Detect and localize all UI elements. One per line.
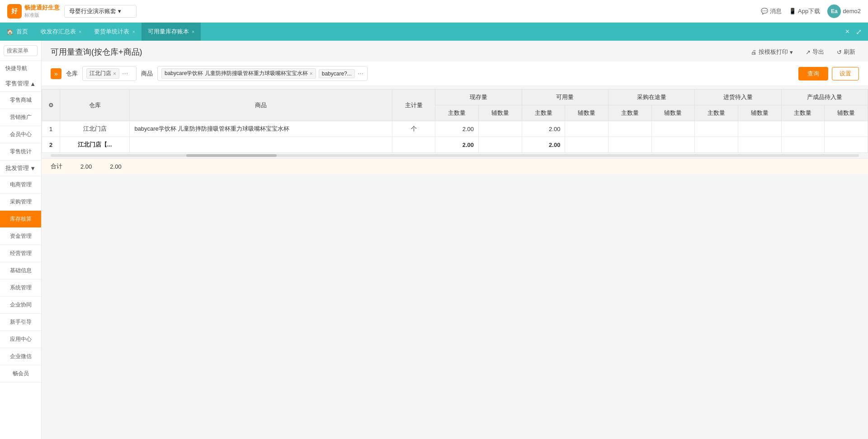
app-download-button[interactable]: 📱 App下载 xyxy=(789,7,820,15)
sidebar-item-vip[interactable]: 畅会员 xyxy=(0,365,41,382)
table-row: 2 江北门店【... 2.00 2.00 xyxy=(42,137,868,153)
chevron-down-icon2: ▼ xyxy=(30,165,36,172)
th-available: 可用量 xyxy=(522,90,608,105)
sidebar-item-purchase[interactable]: 采购管理 xyxy=(0,194,41,211)
row1-stock-main: 2.00 xyxy=(435,121,479,137)
refresh-button[interactable]: ↺ 刷新 xyxy=(833,46,859,58)
sidebar-retail-stat-label: 零售统计 xyxy=(10,148,32,156)
message-button[interactable]: 💬 消息 xyxy=(761,7,782,15)
tab-receipts-close[interactable]: × xyxy=(79,29,81,34)
goods-filter[interactable]: babycare学饮杯 儿童防摔防撞吸管杯重力球吸嘴杯宝宝水杯 × babyca… xyxy=(157,66,368,81)
row1-warehouse: 江北门店 xyxy=(60,121,130,137)
settings-button[interactable]: 设置 xyxy=(832,67,859,80)
row1-productin-main xyxy=(781,121,825,137)
sidebar-item-member[interactable]: 会员中心 xyxy=(0,126,41,143)
sidebar-marketing-label: 营销推广 xyxy=(10,113,32,121)
th-stock-main: 主数量 xyxy=(435,105,479,121)
tab-receipts[interactable]: 收发存汇总表 × xyxy=(34,23,88,41)
user-menu[interactable]: Ea demo2 xyxy=(827,5,861,18)
sidebar-item-ecommerce[interactable]: 电商管理 xyxy=(0,176,41,194)
goods-tag-close[interactable]: × xyxy=(310,71,313,77)
row1-index: 1 xyxy=(42,121,60,137)
warehouse-label: 仓库 xyxy=(66,70,78,78)
th-product-incoming: 产成品待入量 xyxy=(781,90,868,105)
sidebar-wholesale-label: 批发管理 xyxy=(5,164,29,172)
sidebar-item-retail[interactable]: 零售管理 ▲ xyxy=(0,76,41,92)
row1-avail-main: 2.00 xyxy=(522,121,565,137)
logo-main: 畅捷通好生意 xyxy=(24,4,60,12)
th-productin-aux: 辅数量 xyxy=(825,105,868,121)
sidebar-retail-shop-label: 零售商城 xyxy=(10,96,32,104)
sidebar-wechat-label: 企业微信 xyxy=(10,353,32,360)
goods-more[interactable]: ··· xyxy=(358,70,363,78)
logo-sub: 标准版 xyxy=(24,12,60,18)
tab-available[interactable]: 可用量库存账本 × xyxy=(142,23,201,41)
sidebar-quick-nav[interactable]: 快捷导航 xyxy=(0,61,41,76)
sidebar-finance-label: 资金管理 xyxy=(10,232,32,240)
content-area: 可用量查询(按仓库+商品) 🖨 按模板打印 ▾ ↗ 导出 ↺ 刷新 xyxy=(42,41,868,439)
row1-unit: 个 xyxy=(392,121,435,137)
sidebar-item-retail-stat[interactable]: 零售统计 xyxy=(0,143,41,160)
refresh-icon: ↺ xyxy=(837,49,842,56)
row1-goodsin-main xyxy=(695,121,738,137)
row2-avail-main: 2.00 xyxy=(522,137,565,153)
home-icon: 🏠 xyxy=(6,28,14,35)
sidebar-item-inventory[interactable]: 库存核算 xyxy=(0,211,41,228)
search-input[interactable] xyxy=(4,45,38,56)
goods-tag2: babycare?... xyxy=(319,69,355,78)
sidebar-item-finance[interactable]: 资金管理 xyxy=(0,228,41,245)
th-stock: 现存量 xyxy=(435,90,522,105)
warehouse-filter[interactable]: 江北门店 × ··· xyxy=(82,66,137,81)
row2-index: 2 xyxy=(42,137,60,153)
maximize-icon[interactable]: ⤢ xyxy=(854,26,863,38)
th-warehouse: 仓库 xyxy=(60,90,130,121)
sidebar-item-newguide[interactable]: 新手引导 xyxy=(0,314,41,331)
main-layout: 快捷导航 零售管理 ▲ 零售商城 营销推广 会员中心 零售统计 批发管理 ▼ 电… xyxy=(0,41,868,439)
th-productin-main: 主数量 xyxy=(781,105,825,121)
sidebar-member-label: 会员中心 xyxy=(10,131,32,138)
tab-orders-close[interactable]: × xyxy=(132,29,135,34)
tab-available-close[interactable]: × xyxy=(192,29,194,34)
sidebar-item-wechat[interactable]: 企业微信 xyxy=(0,348,41,365)
close-window-icon[interactable]: × xyxy=(844,26,851,38)
footer-avail-item: 2.00 xyxy=(110,163,121,170)
th-purchase-onway: 采购在途量 xyxy=(609,90,695,105)
sidebar-item-basic[interactable]: 基础信息 xyxy=(0,262,41,279)
export-button[interactable]: ↗ 导出 xyxy=(802,46,828,58)
sidebar-item-operation[interactable]: 经营管理 xyxy=(0,245,41,262)
sidebar-item-wholesale[interactable]: 批发管理 ▼ xyxy=(0,160,41,176)
warehouse-more[interactable]: ··· xyxy=(122,70,128,78)
query-button[interactable]: 查询 xyxy=(798,67,828,80)
row2-stock-aux xyxy=(479,137,522,153)
filter-expand-button[interactable]: » xyxy=(51,68,61,79)
sidebar-vip-label: 畅会员 xyxy=(13,370,29,378)
tab-orders[interactable]: 要货单统计表 × xyxy=(88,23,141,41)
filter-actions: 查询 设置 xyxy=(798,67,859,80)
scroll-thumb[interactable] xyxy=(186,154,277,157)
sidebar-newguide-label: 新手引导 xyxy=(10,318,32,326)
page-header: 可用量查询(按仓库+商品) 🖨 按模板打印 ▾ ↗ 导出 ↺ 刷新 xyxy=(42,41,868,61)
th-settings[interactable]: ⚙ xyxy=(42,90,60,121)
industry-selector[interactable]: 母婴行业演示账套 ▾ xyxy=(64,5,137,18)
sidebar-item-collab[interactable]: 企业协同 xyxy=(0,297,41,314)
footer-total-label: 合计 xyxy=(51,162,62,170)
message-label: 消息 xyxy=(770,7,782,15)
warehouse-tag-close[interactable]: × xyxy=(113,71,116,77)
th-avail-main: 主数量 xyxy=(522,105,565,121)
th-avail-aux: 辅数量 xyxy=(565,105,609,121)
logo-text: 畅捷通好生意 标准版 xyxy=(24,4,60,18)
row1-productin-aux xyxy=(825,121,868,137)
row1-purchase-aux xyxy=(651,121,695,137)
sidebar-item-system[interactable]: 系统管理 xyxy=(0,279,41,297)
user-label: demo2 xyxy=(843,8,861,14)
goods-tag: babycare学饮杯 儿童防摔防撞吸管杯重力球吸嘴杯宝宝水杯 × xyxy=(161,68,316,79)
print-button[interactable]: 🖨 按模板打印 ▾ xyxy=(747,46,797,58)
th-stock-aux: 辅数量 xyxy=(479,105,522,121)
logo-icon: 好 xyxy=(7,4,22,19)
sidebar-item-appstore[interactable]: 应用中心 xyxy=(0,331,41,348)
sidebar-item-marketing[interactable]: 营销推广 xyxy=(0,109,41,126)
tab-home[interactable]: 🏠 首页 xyxy=(0,23,34,41)
table-row: 1 江北门店 babycare学饮杯 儿童防摔防撞吸管杯重力球吸嘴杯宝宝水杯 个… xyxy=(42,121,868,137)
scroll-track[interactable] xyxy=(51,154,859,157)
sidebar-item-retail-shop[interactable]: 零售商城 xyxy=(0,92,41,109)
